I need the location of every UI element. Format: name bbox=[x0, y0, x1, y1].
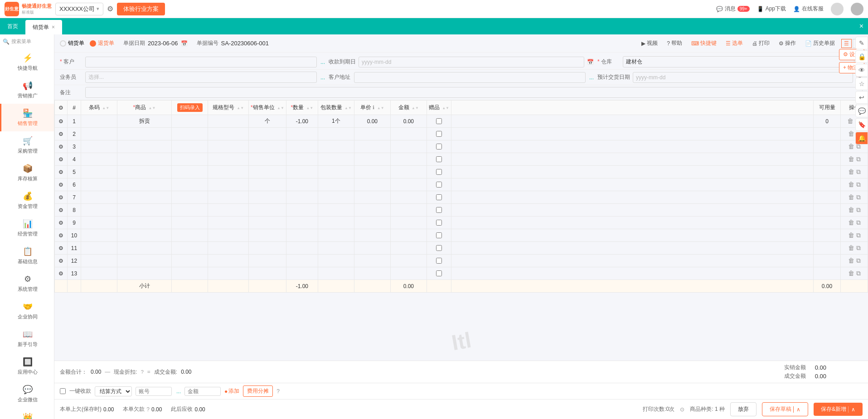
receive-date-calendar[interactable]: 📅 bbox=[587, 59, 594, 65]
sidebar-item-marketing[interactable]: 📢 营销推广 bbox=[0, 76, 54, 104]
toolbar-select[interactable]: ☰ 选单 bbox=[723, 38, 746, 48]
r8-del[interactable]: 🗑 bbox=[848, 206, 854, 213]
toolbar-video[interactable]: ▶ 视频 bbox=[639, 38, 660, 48]
r9-gift[interactable] bbox=[436, 220, 442, 226]
customer-dots[interactable]: ... bbox=[320, 59, 325, 65]
sidebar-item-enterprise[interactable]: 🤝 企业协同 bbox=[0, 297, 54, 325]
r5-del[interactable]: 🗑 bbox=[848, 168, 854, 175]
r10-gift[interactable] bbox=[436, 232, 442, 238]
r13-settings[interactable]: ⚙ bbox=[55, 267, 68, 280]
trial-btn[interactable]: 体验行业方案 bbox=[117, 3, 165, 15]
r5-copy[interactable]: ⧉ bbox=[856, 168, 861, 175]
r2-del[interactable]: 🗑 bbox=[848, 130, 854, 137]
row1-gift[interactable] bbox=[427, 115, 451, 128]
list-view-btn[interactable]: ☰ bbox=[841, 39, 852, 48]
customer-input[interactable] bbox=[85, 57, 317, 67]
payment-help-icon[interactable]: ? bbox=[276, 388, 280, 395]
r5-settings[interactable]: ⚙ bbox=[55, 166, 68, 178]
side-float-lock[interactable]: 🔒 bbox=[855, 50, 868, 63]
radio-return[interactable]: 退货单 bbox=[90, 39, 114, 47]
save-draft-btn[interactable]: 保存草稿 ∧ bbox=[762, 402, 808, 416]
r6-settings[interactable]: ⚙ bbox=[55, 178, 68, 191]
side-float-notify[interactable]: 🔔 bbox=[855, 132, 868, 144]
side-float-chat[interactable]: 💬 bbox=[855, 105, 868, 117]
tab-close-icon[interactable]: × bbox=[52, 24, 55, 30]
calendar-icon[interactable]: 📅 bbox=[181, 40, 188, 47]
r10-settings[interactable]: ⚙ bbox=[55, 229, 68, 242]
col-settings-header[interactable]: ⚙ bbox=[55, 101, 68, 115]
sidebar-item-finance[interactable]: 💰 资金管理 bbox=[0, 187, 54, 214]
side-float-bookmark[interactable]: 🔖 bbox=[855, 118, 868, 131]
account-input[interactable] bbox=[136, 387, 172, 396]
receive-date-input[interactable]: yyyy-mm-dd bbox=[359, 57, 584, 67]
amount-input[interactable] bbox=[184, 387, 221, 396]
toolbar-history[interactable]: 📄 历史单据 bbox=[802, 38, 838, 48]
r8-gift[interactable] bbox=[436, 207, 442, 213]
save-new-btn[interactable]: 保存&新增 ∧ bbox=[814, 403, 863, 416]
r13-copy[interactable]: ⧉ bbox=[856, 270, 861, 277]
r9-copy[interactable]: ⧉ bbox=[856, 219, 861, 226]
sidebar-item-inventory[interactable]: 📦 库存核算 bbox=[0, 159, 54, 187]
toolbar-print[interactable]: 🖨 打印 bbox=[749, 38, 772, 48]
row1-delete-icon[interactable]: 🗑 bbox=[847, 117, 853, 125]
sidebar-item-member[interactable]: 👑 畅会员 bbox=[0, 408, 54, 419]
expected-date-input[interactable]: yyyy-mm-dd bbox=[633, 72, 853, 83]
r9-del[interactable]: 🗑 bbox=[848, 219, 854, 226]
r12-settings[interactable]: ⚙ bbox=[55, 255, 68, 267]
sidebar-search[interactable]: 🔍 搜索菜单 bbox=[0, 34, 54, 48]
customer-addr-dots[interactable]: ... bbox=[589, 74, 594, 81]
add-payment-btn[interactable]: ● 添加 bbox=[224, 387, 239, 395]
r7-copy[interactable]: ⧉ bbox=[856, 193, 861, 201]
side-float-edit[interactable]: ✎ bbox=[855, 37, 868, 49]
toolbar-shortcut[interactable]: ⌨ 快捷键 bbox=[689, 38, 719, 48]
one-click-checkbox[interactable] bbox=[60, 388, 66, 394]
sidebar-item-quick-nav[interactable]: ⚡ 快捷导航 bbox=[0, 48, 54, 76]
row1-price[interactable]: 0.00 bbox=[354, 115, 390, 128]
r6-gift[interactable] bbox=[436, 182, 442, 188]
toolbar-help[interactable]: ? 帮助 bbox=[664, 38, 685, 48]
r12-gift[interactable] bbox=[436, 258, 442, 264]
message-btn[interactable]: 💬 消息 99+ bbox=[716, 5, 750, 13]
tab-bar-close-icon[interactable]: × bbox=[859, 22, 863, 30]
r8-settings[interactable]: ⚙ bbox=[55, 204, 68, 217]
avatar[interactable] bbox=[831, 3, 844, 15]
r4-gift[interactable] bbox=[436, 156, 442, 162]
settings-icon[interactable]: ⚙ bbox=[107, 5, 113, 13]
row1-product[interactable]: 拆贡 bbox=[117, 115, 172, 128]
sidebar-item-wechat[interactable]: 💬 企业微信 bbox=[0, 380, 54, 408]
sidebar-item-sales[interactable]: 🏪 销售管理 bbox=[0, 104, 54, 131]
salesperson-input[interactable]: 选择... bbox=[85, 72, 317, 83]
r11-settings[interactable]: ⚙ bbox=[55, 242, 68, 255]
row1-settings[interactable]: ⚙ bbox=[55, 115, 68, 128]
sidebar-item-base-info[interactable]: 📋 基础信息 bbox=[0, 242, 54, 270]
r7-settings[interactable]: ⚙ bbox=[55, 191, 68, 204]
radio-sales[interactable]: 销货单 bbox=[60, 39, 84, 47]
app-download-btn[interactable]: 📱 App下载 bbox=[757, 5, 786, 13]
total-owed-question[interactable]: ? bbox=[146, 406, 150, 413]
r13-gift[interactable] bbox=[436, 270, 442, 276]
sidebar-item-system[interactable]: ⚙ 系统管理 bbox=[0, 270, 54, 297]
customer-addr-input[interactable] bbox=[354, 72, 586, 83]
sidebar-item-operations[interactable]: 📊 经营管理 bbox=[0, 214, 54, 242]
r10-copy[interactable]: ⧉ bbox=[856, 231, 861, 239]
r6-copy[interactable]: ⧉ bbox=[856, 181, 861, 188]
company-selector[interactable]: XXXXXX公司 ▾ bbox=[55, 3, 103, 15]
scan-btn[interactable]: 扫码录入 bbox=[177, 103, 203, 112]
r6-del[interactable]: 🗑 bbox=[848, 181, 854, 188]
payment-method-select[interactable]: 结算方式 bbox=[95, 386, 132, 396]
r12-copy[interactable]: ⧉ bbox=[856, 257, 861, 264]
r10-del[interactable]: 🗑 bbox=[848, 231, 854, 239]
sidebar-item-purchase[interactable]: 🛒 采购管理 bbox=[0, 131, 54, 159]
r7-del[interactable]: 🗑 bbox=[848, 193, 854, 201]
r4-del[interactable]: 🗑 bbox=[848, 155, 854, 163]
r9-settings[interactable]: ⚙ bbox=[55, 217, 68, 229]
r3-del[interactable]: 🗑 bbox=[848, 143, 854, 150]
toolbar-operation[interactable]: ⚙ 操作 bbox=[776, 38, 799, 48]
row1-gift-checkbox[interactable] bbox=[436, 118, 442, 124]
r11-gift[interactable] bbox=[436, 245, 442, 251]
r2-gift[interactable] bbox=[436, 131, 442, 137]
side-float-eye[interactable]: 👁 bbox=[855, 64, 868, 77]
row1-unit[interactable]: 个 bbox=[249, 115, 286, 128]
online-service-btn[interactable]: 👤 在线客服 bbox=[793, 5, 824, 13]
tab-sales-order[interactable]: 销货单 × bbox=[25, 20, 62, 34]
